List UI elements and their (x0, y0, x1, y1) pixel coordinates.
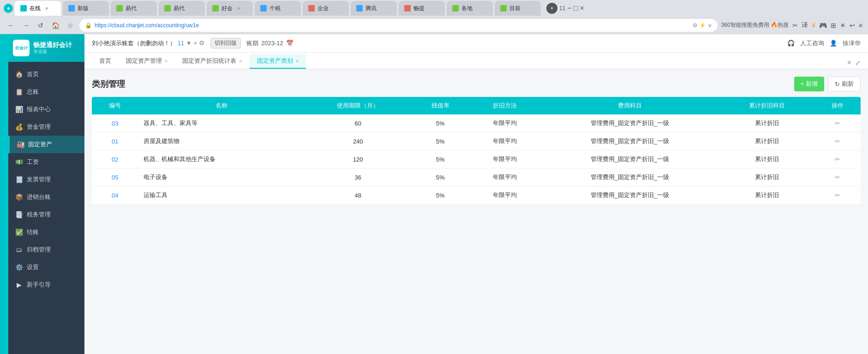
edit-icon-0[interactable]: ✏ (835, 120, 840, 127)
page-tab-category[interactable]: 固定资产类别 × (250, 54, 306, 69)
cell-accumulated-0: 累计折旧 (720, 114, 814, 132)
translate-icon[interactable]: 译 (802, 21, 808, 30)
edit-icon-2[interactable]: ✏ (835, 156, 840, 163)
home-button[interactable]: 🏠 (50, 20, 61, 31)
col-header-period: 使用期限（月） (305, 97, 411, 114)
cell-period-3: 36 (305, 168, 411, 186)
window-expand-icon[interactable]: ⤢ (855, 59, 861, 66)
forward-button[interactable]: → (20, 20, 31, 31)
browser-tab-5[interactable]: 好会 × (207, 1, 253, 16)
page-tab-depreciation[interactable]: 固定资产折旧统计表 × (175, 54, 249, 69)
menu-icon[interactable]: ≡ (859, 22, 862, 29)
sidebar-item-settlement[interactable]: ✅ 结账 (8, 223, 84, 241)
dropdown-icon[interactable]: ▼ (186, 40, 192, 47)
cell-residual-4: 5% (411, 186, 469, 204)
tab-label-1: 在线 (30, 5, 41, 12)
sidebar-label-settings: 设置 (27, 263, 39, 271)
cell-code-1[interactable]: 01 (92, 132, 138, 150)
undo-icon[interactable]: ↩ (850, 22, 855, 29)
app-name-block: 畅捷通好会计 专业版 (33, 41, 72, 55)
bookmark-button[interactable]: ☆ (65, 20, 76, 31)
tab-count-badge[interactable]: 11 (559, 5, 565, 12)
cell-code-3[interactable]: 05 (92, 168, 138, 186)
page-tab-fixed-asset-mgmt[interactable]: 固定资产管理 × (119, 54, 175, 69)
add-button[interactable]: + 新增 (794, 77, 824, 91)
window-close-icon[interactable]: × (847, 59, 851, 67)
sidebar: 好会计 畅捷通好会计 专业版 🏠 首页 📋 总账 📊 报表中心 💰 资 (8, 34, 84, 354)
cell-code-2[interactable]: 02 (92, 150, 138, 168)
cell-action-2[interactable]: ✏ (814, 150, 861, 168)
sidebar-label-settlement: 结账 (27, 228, 39, 236)
edit-icon-1[interactable]: ✏ (835, 138, 840, 145)
cell-action-4[interactable]: ✏ (814, 186, 861, 204)
browser-tab-4[interactable]: 易代 (159, 1, 205, 16)
sidebar-item-inventory[interactable]: 📦 进销台账 (8, 188, 84, 206)
cell-accumulated-2: 累计折旧 (720, 150, 814, 168)
sidebar-item-guide[interactable]: ▶ 新手引导 (8, 276, 84, 294)
sidebar-item-salary[interactable]: 💵 工资 (8, 153, 84, 171)
plus-icon[interactable]: + (193, 39, 197, 47)
sidebar-item-settings[interactable]: ⚙️ 设置 (8, 258, 84, 276)
sidebar-item-tax[interactable]: 📑 税务管理 (8, 206, 84, 223)
switch-to-old-button[interactable]: 切到旧版 (210, 38, 241, 48)
cell-method-2: 年限平均 (469, 150, 539, 168)
browser-tab-active[interactable]: 在线 × (15, 1, 61, 16)
browser-tab-9[interactable]: 畅提 (399, 1, 445, 16)
url-bar[interactable]: 🔒 https://cloud.chanjet.com/accounting/u… (79, 19, 718, 32)
page-tab-depreciation-close[interactable]: × (239, 58, 242, 64)
sidebar-item-archive[interactable]: 🗂 归档管理 (8, 241, 84, 258)
sidebar-item-report[interactable]: 📊 报表中心 (8, 101, 84, 118)
cell-name-0: 器具、工具、家具等 (138, 114, 305, 132)
support-label[interactable]: 人工咨询 (800, 39, 824, 48)
cell-action-1[interactable]: ✏ (814, 132, 861, 150)
browser-tab-3[interactable]: 易代 (111, 1, 157, 16)
cell-action-0[interactable]: ✏ (814, 114, 861, 132)
sidebar-item-fund[interactable]: 💰 资金管理 (8, 118, 84, 136)
page-tab-fixed-asset-mgmt-close[interactable]: × (165, 58, 168, 64)
page-tab-home[interactable]: 首页 (92, 54, 119, 69)
sidebar-item-fixed-asset[interactable]: 🏭 固定资产 (8, 136, 84, 153)
cell-action-3[interactable]: ✏ (814, 168, 861, 186)
calendar-icon[interactable]: 📅 (286, 40, 293, 47)
maximize-button[interactable]: □ (574, 4, 578, 12)
sidebar-label-fund: 资金管理 (27, 123, 51, 131)
edit-icon-4[interactable]: ✏ (835, 192, 840, 199)
grid-icon[interactable]: ⊞ (831, 22, 836, 29)
game-icon[interactable]: 🎮 (819, 22, 827, 29)
close-button[interactable]: × (580, 4, 584, 12)
action-buttons: + 新增 ↻ 刷新 (794, 77, 861, 91)
back-button[interactable]: ← (6, 20, 17, 31)
search-text[interactable]: 360智能抠图免费用 🔥热搜 (721, 21, 789, 29)
page-title: 类别管理 (92, 78, 125, 90)
page-tab-category-close[interactable]: × (296, 58, 299, 64)
tab-close-1[interactable]: × (45, 6, 48, 11)
edit-icon-3[interactable]: ✏ (835, 174, 840, 181)
sidebar-label-guide: 新手引导 (27, 281, 51, 289)
scissors-icon[interactable]: ✂ (792, 22, 798, 29)
browser-tab-2[interactable]: 新版 (63, 1, 109, 16)
reload-button[interactable]: ↺ (35, 20, 46, 31)
user-count-badge[interactable]: 11 (178, 40, 184, 47)
tab-label-6: 个税 (269, 5, 281, 12)
cell-code-4[interactable]: 04 (92, 186, 138, 204)
refresh-button[interactable]: ↻ 刷新 (828, 77, 861, 91)
browser-tab-6[interactable]: 个税 (255, 1, 301, 16)
sidebar-item-home[interactable]: 🏠 首页 (8, 66, 84, 83)
cell-code-0[interactable]: 03 (92, 114, 138, 132)
browser-tab-10[interactable]: 各地 (447, 1, 493, 16)
sidebar-item-invoice[interactable]: 🧾 发票管理 (8, 171, 84, 188)
coin-icon[interactable]: ¥ (812, 22, 815, 29)
browser-tab-8[interactable]: 腾讯 (351, 1, 397, 16)
new-tab-button[interactable]: + (546, 3, 557, 14)
refresh-icon: ↻ (835, 81, 840, 88)
browser-tab-11[interactable]: 目前 (495, 1, 541, 16)
sidebar-item-ledger[interactable]: 📋 总账 (8, 83, 84, 101)
invoice-icon: 🧾 (15, 175, 23, 184)
browser-tab-7[interactable]: 企业 (303, 1, 349, 16)
minimize-button[interactable]: − (567, 4, 571, 12)
brightness-icon[interactable]: ☀ (840, 22, 846, 29)
tab-close-5[interactable]: × (237, 6, 240, 11)
cell-period-2: 120 (305, 150, 411, 168)
cell-method-4: 年限平均 (469, 186, 539, 204)
gear-icon[interactable]: ⚙ (199, 39, 205, 47)
